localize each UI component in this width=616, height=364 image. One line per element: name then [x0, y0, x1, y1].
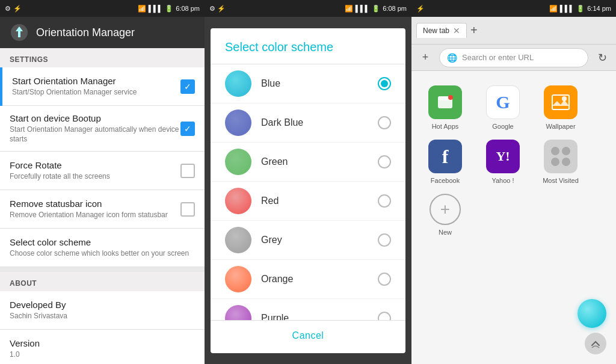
color-label-grey: Grey [261, 235, 368, 245]
setting-title: Force Rotate [10, 160, 180, 170]
color-list: Blue Dark Blue Green Red [211, 64, 405, 320]
signal-icon: ▌▌▌ [149, 5, 162, 12]
status-bar-right: 📶 ▌▌▌ 🔋 6:08 pm [138, 5, 200, 13]
url-bar[interactable]: 🌐 Search or enter URL [439, 48, 588, 67]
radio-blue[interactable] [378, 77, 391, 90]
setting-text: Force Rotate Forcefully rotate all the s… [10, 160, 180, 182]
color-item-grey[interactable]: Grey [211, 221, 405, 260]
panel-browser: ⚡ 📶 ▌▌▌ 🔋 6:14 pm New tab ✕ + + 🌐 Search… [411, 0, 616, 364]
apps-grid: Hot Apps G Google Wallpaper [421, 81, 606, 241]
hot-apps-icon [428, 85, 462, 119]
setting-version: Version 1.0 [0, 330, 205, 364]
add-tab-button[interactable]: + [416, 49, 434, 67]
setting-text: Version 1.0 [10, 338, 195, 360]
most-visited-label: Most Visited [543, 177, 579, 184]
wallpaper-icon [544, 85, 578, 119]
setting-text: Remove statusbar icon Remove Orientation… [10, 199, 180, 220]
radio-grey[interactable] [378, 233, 391, 247]
color-item-purple[interactable]: Purple [211, 299, 405, 320]
app-yahoo[interactable]: Y! Yahoo ! [479, 140, 527, 184]
radio-purple[interactable] [378, 312, 391, 320]
status-left: ⚙ ⚡ [209, 5, 226, 13]
floating-ball[interactable] [578, 299, 606, 328]
color-item-red[interactable]: Red [211, 182, 405, 221]
color-item-blue[interactable]: Blue [211, 64, 405, 103]
setting-color-scheme[interactable]: Select color scheme Choose color scheme … [0, 229, 205, 267]
color-item-orange[interactable]: Orange [211, 260, 405, 299]
setting-text: Select color scheme Choose color scheme … [10, 237, 195, 259]
panel-orientation-manager: ⚙ ⚡ 📶 ▌▌▌ 🔋 6:08 pm Orientation Manager … [0, 0, 205, 364]
status-bar-3: ⚡ 📶 ▌▌▌ 🔋 6:14 pm [411, 0, 616, 17]
battery-icon2: 🔋 [372, 5, 380, 13]
new-tab-icon: + [430, 194, 461, 225]
battery-icon: 🔋 [165, 5, 173, 13]
app-facebook[interactable]: f Facebook [421, 140, 469, 184]
browser-nav-bar: + 🌐 Search or enter URL ↻ [411, 45, 616, 71]
color-label-red: Red [261, 196, 368, 206]
app-new[interactable]: + New [421, 194, 469, 236]
setting-title: Start on device Bootup [10, 113, 180, 123]
settings-divider [0, 267, 205, 272]
setting-force-rotate[interactable]: Force Rotate Forcefully rotate all the s… [0, 152, 205, 190]
setting-desc: Choose color scheme which looks better o… [10, 249, 195, 259]
cancel-button[interactable]: Cancel [278, 325, 339, 346]
checkbox-bootup[interactable] [180, 122, 195, 136]
svg-point-6 [562, 96, 567, 101]
checkbox-statusbar[interactable] [180, 202, 195, 217]
setting-desc: Remove Orientation Manager icon form sta… [10, 211, 180, 220]
svg-rect-4 [552, 95, 569, 110]
url-placeholder: Search or enter URL [462, 53, 581, 62]
checkbox-force-rotate[interactable] [180, 164, 195, 178]
panel-color-scheme: ⚙ ⚡ 📶 ▌▌▌ 🔋 6:08 pm Select color scheme … [205, 0, 411, 364]
setting-start-orientation[interactable]: Start Orientation Manager Start/Stop Ori… [0, 67, 205, 106]
color-item-green[interactable]: Green [211, 143, 405, 182]
setting-title: Start Orientation Manager [12, 76, 180, 86]
new-tab-button[interactable]: + [470, 23, 478, 37]
browser-tab-new[interactable]: New tab ✕ [416, 23, 467, 38]
status-left3: ⚡ [416, 5, 425, 13]
yahoo-icon: Y! [486, 140, 520, 173]
color-swatch-purple [225, 305, 251, 320]
color-swatch-dark-blue [225, 110, 251, 136]
color-label-orange: Orange [261, 274, 368, 285]
wifi-icon2: 📶 [345, 5, 353, 13]
wifi-icon: 📶 [138, 5, 146, 13]
facebook-label: Facebook [431, 177, 460, 184]
orientation-icon [10, 23, 29, 42]
tab-label: New tab [423, 26, 449, 35]
settings-section-label: SETTINGS [0, 48, 205, 67]
refresh-button[interactable]: ↻ [593, 49, 611, 67]
app-wallpaper[interactable]: Wallpaper [537, 85, 585, 130]
setting-start-bootup[interactable]: Start on device Bootup Start Orientation… [0, 106, 205, 152]
app-hot-apps[interactable]: Hot Apps [421, 85, 469, 130]
setting-desc: Forcefully rotate all the screens [10, 172, 180, 182]
color-label-blue: Blue [261, 78, 368, 89]
svg-marker-5 [552, 100, 569, 106]
radio-green[interactable] [378, 155, 391, 168]
time-display-1: 6:08 pm [176, 5, 200, 12]
checkbox-start-orientation[interactable] [180, 79, 195, 94]
status-bar-2: ⚙ ⚡ 📶 ▌▌▌ 🔋 6:08 pm [205, 0, 411, 17]
svg-point-3 [448, 95, 453, 100]
setting-text: Start on device Bootup Start Orientation… [10, 113, 180, 144]
dialog-background: Select color scheme Blue Dark Blue Green [205, 17, 411, 364]
app-most-visited[interactable]: Most Visited [537, 140, 585, 184]
wifi-icon3: 📶 [549, 5, 558, 13]
signal-icon2: ▌▌▌ [356, 5, 369, 12]
hot-apps-label: Hot Apps [432, 123, 459, 130]
time-display-2: 6:08 pm [383, 5, 407, 12]
radio-dark-blue[interactable] [378, 116, 391, 129]
usb-icon2: ⚡ [217, 5, 226, 12]
version-number: 1.0 [10, 350, 195, 360]
status-right: 📶 ▌▌▌ 🔋 6:08 pm [345, 5, 407, 13]
radio-red[interactable] [378, 194, 391, 208]
status-right3: 📶 ▌▌▌ 🔋 6:14 pm [549, 5, 611, 13]
scroll-to-top-button[interactable] [585, 333, 606, 354]
color-item-dark-blue[interactable]: Dark Blue [211, 103, 405, 143]
tab-close-icon[interactable]: ✕ [453, 26, 460, 35]
setting-remove-statusbar[interactable]: Remove statusbar icon Remove Orientation… [0, 190, 205, 229]
google-icon: G [486, 85, 520, 119]
radio-orange[interactable] [378, 273, 391, 286]
color-label-dark-blue: Dark Blue [261, 117, 368, 128]
app-google[interactable]: G Google [479, 85, 527, 130]
